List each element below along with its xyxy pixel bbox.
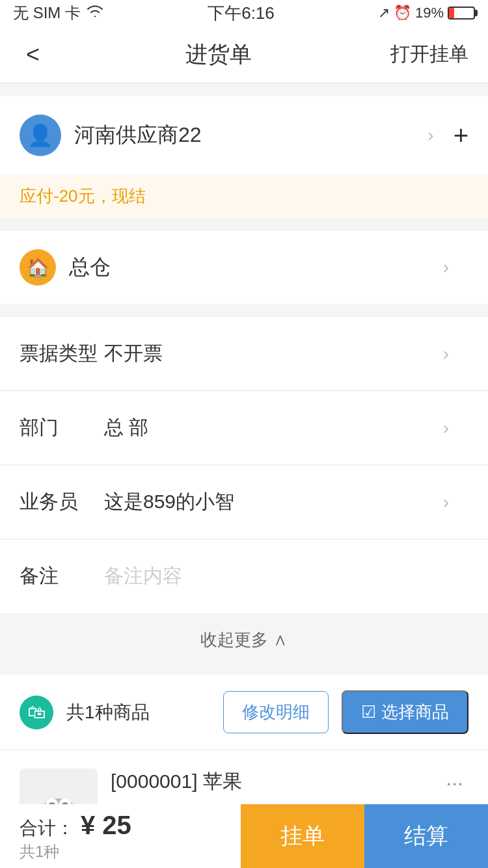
divider-3 <box>0 667 488 675</box>
settle-button[interactable]: 结算 <box>364 804 488 868</box>
status-bar: 无 SIM 卡 下午6:16 ↗ ⏰ 19% <box>0 0 488 26</box>
chevron-right-icon: › <box>427 125 433 146</box>
notes-row[interactable]: 备注 备注内容 <box>0 539 488 613</box>
product-name: [0000001] 苹果 <box>111 768 427 795</box>
wifi-icon <box>86 4 104 22</box>
collapse-row[interactable]: 收起更多 ∧ <box>0 613 488 667</box>
invoice-type-chevron: › <box>443 344 449 364</box>
department-value: 总 部 <box>104 414 443 441</box>
invoice-type-value: 不开票 <box>104 340 443 367</box>
supplier-row: 👤 河南供应商22 › + <box>0 96 488 174</box>
warning-banner: 应付-20元，现结 <box>0 174 488 218</box>
collapse-label: 收起更多 ∧ <box>200 629 287 651</box>
department-row[interactable]: 部门 总 部 › <box>0 391 488 465</box>
warehouse-chevron-icon: › <box>443 257 449 278</box>
department-chevron: › <box>443 418 449 439</box>
total-amount: ¥ 25 <box>81 811 131 840</box>
warning-text: 应付-20元，现结 <box>20 186 146 206</box>
add-button[interactable]: + <box>454 121 468 150</box>
battery-percent: 19% <box>415 5 444 21</box>
salesperson-label: 业务员 <box>20 489 104 515</box>
gps-icon: ↗ <box>378 5 390 21</box>
warehouse-name: 总仓 <box>69 253 443 282</box>
open-pending-button[interactable]: 打开挂单 <box>390 41 468 68</box>
select-product-button[interactable]: ☑ 选择商品 <box>342 690 468 734</box>
warehouse-icon: 🏠 <box>27 257 49 278</box>
warehouse-row[interactable]: 🏠 总仓 › <box>0 231 488 304</box>
product-count-label: 共1种商品 <box>66 700 210 725</box>
footer-total: 合计： ¥ 25 共1种 <box>0 811 241 862</box>
footer-bar: 合计： ¥ 25 共1种 挂单 结算 <box>0 804 488 868</box>
divider-2 <box>0 304 488 317</box>
settle-label: 结算 <box>404 821 448 851</box>
select-product-label: 选择商品 <box>381 701 449 724</box>
warehouse-icon-wrap: 🏠 <box>20 249 56 286</box>
suspend-label: 挂单 <box>280 821 325 851</box>
person-icon: 👤 <box>27 123 53 148</box>
carrier-label: 无 SIM 卡 <box>13 3 81 23</box>
suspend-button[interactable]: 挂单 <box>241 804 364 868</box>
product-count-icon-wrap: 🛍 <box>20 696 53 729</box>
supplier-avatar: 👤 <box>20 115 61 156</box>
product-title: 苹果 <box>203 770 242 792</box>
department-label: 部门 <box>20 414 104 441</box>
nav-bar: < 进货单 打开挂单 <box>0 26 488 83</box>
edit-detail-button[interactable]: 修改明细 <box>223 691 329 733</box>
divider-1 <box>0 218 488 231</box>
invoice-type-label: 票据类型 <box>20 340 104 367</box>
product-code: [0000001] <box>111 770 197 792</box>
supplier-name[interactable]: 河南供应商22 <box>74 121 427 150</box>
warehouse-section: 🏠 总仓 › <box>0 231 488 304</box>
product-more-button[interactable]: ··· <box>441 768 468 798</box>
battery-icon <box>448 7 475 20</box>
notes-placeholder[interactable]: 备注内容 <box>104 563 468 590</box>
alarm-icon: ⏰ <box>394 5 411 21</box>
status-time: 下午6:16 <box>208 2 275 25</box>
form-section: 票据类型 不开票 › 部门 总 部 › 业务员 这是859的小智 › 备注 备注… <box>0 317 488 613</box>
select-product-icon: ☑ <box>361 702 376 722</box>
invoice-type-row[interactable]: 票据类型 不开票 › <box>0 317 488 390</box>
notes-label: 备注 <box>20 563 104 590</box>
products-header: 🛍 共1种商品 修改明细 ☑ 选择商品 <box>0 675 488 750</box>
status-left: 无 SIM 卡 <box>13 3 104 23</box>
status-right: ↗ ⏰ 19% <box>378 5 475 21</box>
cart-icon: 🛍 <box>27 701 46 723</box>
supplier-section: 👤 河南供应商22 › + 应付-20元，现结 <box>0 96 488 218</box>
page-title: 进货单 <box>185 40 252 70</box>
salesperson-row[interactable]: 业务员 这是859的小智 › <box>0 465 488 539</box>
salesperson-chevron: › <box>443 492 449 513</box>
salesperson-value: 这是859的小智 <box>104 489 443 515</box>
total-count: 共1种 <box>20 843 59 860</box>
total-label: 合计： <box>20 816 74 841</box>
top-divider <box>0 83 488 96</box>
back-button[interactable]: < <box>20 34 46 75</box>
